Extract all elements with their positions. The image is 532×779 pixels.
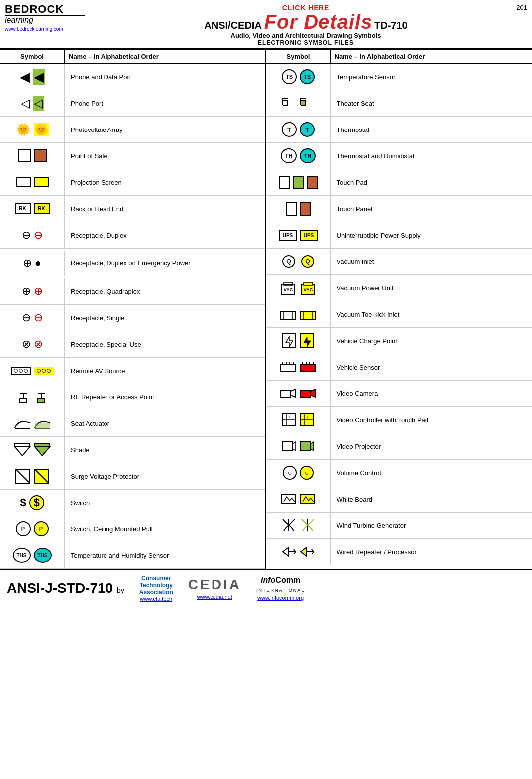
name-cell: Receptacle, Quadraplex xyxy=(65,278,265,304)
name-cell: Receptacle, Special Use xyxy=(65,331,265,357)
symbol-icon: RK xyxy=(15,203,31,214)
table-row: White Board xyxy=(266,486,532,513)
symbol-icon-filled xyxy=(300,387,317,400)
left-name-header: Name – in Alphabetical Order xyxy=(65,50,265,63)
symbol-cell xyxy=(266,513,331,538)
table-row: Projection Screen xyxy=(0,169,265,196)
name-cell: Vehicle Charge Point xyxy=(331,328,532,354)
symbol-icon-filled2 xyxy=(307,176,318,189)
footer: ANSI-J-STD-710 by ConsumerTechnologyAsso… xyxy=(0,569,532,607)
table-row: THS THS Temperature and Humidity Sensor xyxy=(0,542,265,569)
infocomm-label: infoComm INTERNATIONAL xyxy=(256,576,305,594)
symbol-cell xyxy=(0,384,65,410)
table-row: ◀ ◀ Phone and Data Port xyxy=(0,64,265,90)
footer-infocomm: infoComm INTERNATIONAL www.infocomm.org xyxy=(256,576,305,601)
left-col-header: Symbol Name – in Alphabetical Order xyxy=(0,50,265,64)
symbol-icon-filled xyxy=(34,149,47,162)
table-row: Shade xyxy=(0,437,265,463)
table-row: TH TH Thermostat and Humidistat xyxy=(266,143,532,169)
name-cell: Phone Port xyxy=(65,90,265,116)
symbol-icon: ⊖ xyxy=(22,311,31,324)
name-cell: Uninterruptible Power Supply xyxy=(331,222,532,248)
symbol-icon xyxy=(282,545,297,558)
name-cell: Video Projector xyxy=(331,433,532,459)
svg-text:+: + xyxy=(306,415,309,419)
table-row: RF Repeater or Access Point xyxy=(0,384,265,410)
table-row: + + Video Controller with Touch Pad xyxy=(266,407,532,433)
svg-text:+: + xyxy=(288,415,291,419)
table-row: VAC VAC Vacuum Power Unit xyxy=(266,275,532,301)
cedia-link[interactable]: www.cedia.net xyxy=(197,594,232,600)
header-subtitle2: ELECTRONIC SYMBOL FILES xyxy=(85,39,527,46)
table-row: ⊖ ⊖ Receptacle, Single xyxy=(0,305,265,331)
svg-rect-59 xyxy=(301,442,311,451)
page: BEDROCK learning www.bedrocklearning.com… xyxy=(0,0,532,607)
symbol-icon-filled: P xyxy=(34,521,49,536)
name-cell: Wired Repeater / Processor xyxy=(331,539,532,565)
right-col-header: Symbol Name – in Alphabetical Order xyxy=(266,50,532,64)
name-cell: Vehicle Sensor xyxy=(331,354,532,380)
name-cell: Vacuum Inlet xyxy=(331,249,532,274)
symbol-icon-filled: ◀ xyxy=(33,69,45,85)
table-row: Q Q Vacuum Inlet xyxy=(266,249,532,275)
symbol-icon: ⊕ xyxy=(23,257,32,270)
symbol-icon-filled: + xyxy=(300,412,315,428)
name-cell: Switch xyxy=(65,490,265,516)
table-row: Wind Turbine Generator xyxy=(266,513,532,539)
symbol-cell xyxy=(266,381,331,406)
symbol-icon-filled xyxy=(300,307,317,321)
symbol-icon-filled xyxy=(34,417,51,430)
footer-cedia: CEDIA www.cedia.net xyxy=(188,577,241,600)
symbol-cell: Q Q xyxy=(266,249,331,274)
symbol-icon-filled xyxy=(300,545,315,558)
table-row: Vacuum Toe-kick Inlet xyxy=(266,301,532,328)
symbol-icon-filled: ⊕ xyxy=(34,285,43,298)
symbol-icon-filled xyxy=(300,202,311,216)
svg-rect-23 xyxy=(304,282,313,285)
symbol-icon-filled: TS xyxy=(300,69,315,84)
symbol-icon: Q xyxy=(281,254,297,269)
name-cell: Projection Screen xyxy=(65,169,265,195)
symbol-icon-filled xyxy=(34,443,51,457)
infocomm-link[interactable]: www.infocomm.org xyxy=(257,595,304,601)
symbol-icon-filled xyxy=(34,367,54,375)
symbol-cell: TS TS xyxy=(266,64,331,90)
symbol-icon: ○ xyxy=(283,466,297,480)
symbol-icon-filled: ○ xyxy=(300,466,314,480)
symbol-cell xyxy=(266,328,331,354)
svg-marker-60 xyxy=(311,442,314,451)
symbol-icon xyxy=(16,177,31,187)
name-cell: Wind Turbine Generator xyxy=(331,513,532,538)
symbol-cell xyxy=(266,301,331,327)
symbol-icon-filled xyxy=(300,360,317,374)
name-cell: Vacuum Toe-kick Inlet xyxy=(331,301,532,327)
symbol-icon: THS xyxy=(13,548,31,563)
right-symbol-header: Symbol xyxy=(266,50,331,63)
symbol-icon xyxy=(286,202,297,216)
symbol-icon-filled xyxy=(34,390,49,404)
table-row: Touch Pad xyxy=(266,169,532,196)
table-row: Point of Sale xyxy=(0,143,265,169)
logo-bedrock: BEDROCK xyxy=(5,4,85,15)
table-row: Seat Actuator xyxy=(0,410,265,437)
symbol-icon: TH xyxy=(281,148,297,163)
symbol-icon-filled xyxy=(34,468,50,484)
name-cell: Phone and Data Port xyxy=(65,64,265,90)
svg-text:Q: Q xyxy=(305,258,310,265)
symbol-icon-filled: ⊗ xyxy=(34,338,43,351)
symbol-icon-filled xyxy=(300,440,315,453)
symbol-cell: $ $ xyxy=(0,490,65,516)
svg-marker-65 xyxy=(283,547,289,556)
svg-marker-48 xyxy=(311,390,316,397)
table-row: $ $ Switch xyxy=(0,490,265,516)
symbol-icon: VAC xyxy=(280,279,297,296)
symbol-icon-filled: 🌞 xyxy=(34,123,49,136)
symbol-icon-filled xyxy=(293,176,304,189)
name-cell: Temperature and Humidity Sensor xyxy=(65,542,265,568)
name-cell: White Board xyxy=(331,486,532,512)
table-row: ⊗ ⊗ Receptacle, Special Use xyxy=(0,331,265,358)
cta-link[interactable]: www.cta.tech xyxy=(140,596,172,602)
table-row: Video Projector xyxy=(266,433,532,460)
svg-rect-45 xyxy=(281,390,291,397)
logo-www: www.bedrocklearning.com xyxy=(5,26,85,32)
